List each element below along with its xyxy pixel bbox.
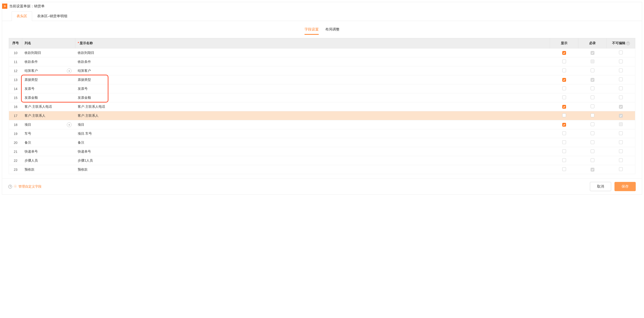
table-row[interactable]: 14发票号发票号 <box>9 84 635 93</box>
checkbox-lock[interactable] <box>619 68 623 72</box>
checkbox-show[interactable] <box>562 105 566 109</box>
checkbox-show[interactable] <box>562 158 566 162</box>
cell-display-name[interactable]: 发票金额 <box>75 94 550 102</box>
table-row[interactable]: 17客户.主联系人客户.主联系人 <box>9 111 635 120</box>
table-row[interactable]: 16客户.主联系人电话客户.主联系人电话 <box>9 102 635 111</box>
add-subfield-button[interactable]: + <box>67 122 72 127</box>
colname-text: 快递单号 <box>24 150 38 154</box>
cell-display-name[interactable]: 快递单号 <box>75 148 550 156</box>
tab-primary-0[interactable]: 表头区 <box>12 11 32 21</box>
checkbox-lock[interactable] <box>619 131 623 135</box>
help-icon[interactable]: ? <box>626 42 630 45</box>
cell-lock <box>607 112 635 120</box>
table-row[interactable]: 20备注备注 <box>9 138 635 147</box>
checkbox-required[interactable] <box>590 140 594 144</box>
checkbox-required[interactable] <box>590 158 594 162</box>
table-row[interactable]: 18项目+项目 <box>9 120 635 129</box>
checkbox-show[interactable] <box>562 140 566 144</box>
cell-display-name[interactable]: 收款到期日 <box>75 49 550 57</box>
expand-sidebar-button[interactable] <box>2 4 7 9</box>
checkbox-show[interactable] <box>562 68 566 72</box>
checkbox-lock[interactable] <box>619 149 623 153</box>
table-body: 10收款到期日收款到期日11收款条件收款条件12结算客户+结算客户13票据类型票… <box>9 48 635 174</box>
cell-required <box>578 49 607 57</box>
checkbox-required[interactable] <box>590 131 594 135</box>
checkbox-lock[interactable] <box>619 158 623 162</box>
checkbox-required[interactable] <box>590 104 594 108</box>
checkbox-lock[interactable] <box>619 60 623 63</box>
cell-colname: 快递单号 <box>22 148 75 156</box>
table-row[interactable]: 23预收款预收款 <box>9 165 635 174</box>
checkbox-lock[interactable] <box>619 140 623 144</box>
checkbox-required[interactable] <box>590 114 594 117</box>
cell-lock <box>607 49 635 57</box>
cell-display-name[interactable]: 预收款 <box>75 166 550 174</box>
checkbox-lock[interactable] <box>619 96 623 99</box>
checkbox-show[interactable] <box>562 167 566 171</box>
checkbox-required[interactable] <box>590 86 594 90</box>
checkbox-show[interactable] <box>562 114 566 117</box>
cell-display-name[interactable]: 票据类型 <box>75 76 550 84</box>
checkbox-lock[interactable] <box>619 167 623 171</box>
chevron-double-right-icon <box>3 5 6 8</box>
cell-display-name[interactable]: 结算客户 <box>75 67 550 75</box>
table-row[interactable]: 10收款到期日收款到期日 <box>9 48 635 58</box>
checkbox-show[interactable] <box>562 123 566 127</box>
checkbox-lock[interactable] <box>619 50 623 54</box>
cell-display-name[interactable]: 项目.车号 <box>75 130 550 138</box>
cell-required <box>578 166 607 174</box>
checkbox-show[interactable] <box>562 149 566 153</box>
table-row[interactable]: 13票据类型票据类型 <box>9 75 635 84</box>
cell-display-name[interactable]: 客户.主联系人 <box>75 112 550 120</box>
table-row[interactable]: 12结算客户+结算客户 <box>9 66 635 75</box>
colname-text: 步骤人员 <box>24 158 38 163</box>
cell-show <box>550 94 578 102</box>
table-row[interactable]: 15发票金额发票金额 <box>9 93 635 102</box>
cell-display-name[interactable]: 备注 <box>75 139 550 147</box>
cell-required <box>578 94 607 102</box>
table-row[interactable]: 11收款条件收款条件 <box>9 58 635 66</box>
cell-lock <box>607 166 635 174</box>
checkbox-show[interactable] <box>562 78 566 82</box>
checkbox-show[interactable] <box>562 86 566 90</box>
cell-show <box>550 66 578 75</box>
checkbox-show[interactable] <box>562 51 566 55</box>
checkbox-lock[interactable] <box>619 78 623 81</box>
checkbox-required[interactable] <box>590 96 594 99</box>
tab-secondary-0[interactable]: 字段设置 <box>304 26 319 35</box>
colname-text: 发票号 <box>24 87 34 91</box>
tab-primary-1[interactable]: 表体区–销货单明细 <box>32 11 72 21</box>
table-row[interactable]: 21快递单号快递单号 <box>9 147 635 156</box>
table-row[interactable]: 22步骤人员步骤1人员 <box>9 156 635 165</box>
manage-custom-fields-link[interactable]: 管理自定义字段 <box>18 184 42 189</box>
cell-seq: 11 <box>9 58 22 66</box>
tab-secondary-1[interactable]: 布局调整 <box>325 26 340 35</box>
save-button[interactable]: 保存 <box>614 182 636 191</box>
svg-point-0 <box>15 186 16 187</box>
cell-seq: 16 <box>9 103 22 110</box>
checkbox-required[interactable] <box>590 122 594 126</box>
question-icon[interactable]: ? <box>8 185 12 188</box>
checkbox-required[interactable] <box>590 68 594 72</box>
add-subfield-button[interactable]: + <box>67 68 72 73</box>
cell-display-name[interactable]: 发票号 <box>75 85 550 93</box>
cancel-button[interactable]: 取消 <box>590 182 611 191</box>
cell-seq: 19 <box>9 130 22 138</box>
checkbox-show[interactable] <box>562 96 566 99</box>
checkbox-required[interactable] <box>590 149 594 153</box>
cell-display-name[interactable]: 项目 <box>75 121 550 129</box>
cell-display-name[interactable]: 客户.主联系人电话 <box>75 103 550 111</box>
checkbox-show[interactable] <box>562 131 566 135</box>
cell-seq: 20 <box>9 139 22 146</box>
checkbox-lock <box>619 114 623 118</box>
checkbox-lock[interactable] <box>619 86 623 90</box>
cell-display-name[interactable]: 步骤1人员 <box>75 157 550 165</box>
cell-colname: 项目+ <box>22 120 75 129</box>
cell-lock <box>607 120 635 129</box>
checkbox-required <box>590 51 594 55</box>
cell-colname: 票据类型 <box>22 76 75 84</box>
cell-colname: 步骤人员 <box>22 157 75 165</box>
cell-display-name[interactable]: 收款条件 <box>75 58 550 66</box>
table-row[interactable]: 19车号项目.车号 <box>9 129 635 138</box>
checkbox-show[interactable] <box>562 60 566 63</box>
